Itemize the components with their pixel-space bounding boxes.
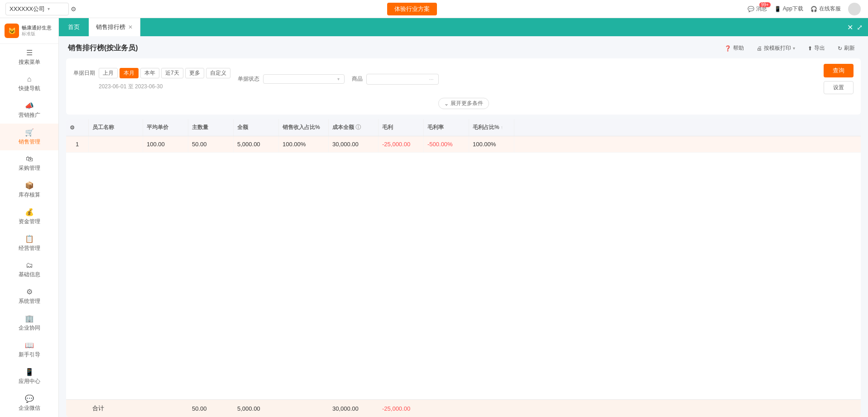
sidebar-item-enterprise[interactable]: 🏢 企业协同 xyxy=(0,310,58,336)
td-rank: 1 xyxy=(66,136,89,152)
export-button[interactable]: ⬆ 导出 xyxy=(804,43,829,54)
expand-conditions-button[interactable]: ⌄ 展开更多条件 xyxy=(438,98,489,109)
sidebar-item-purchase[interactable]: 🛍 采购管理 xyxy=(0,150,58,177)
gross-ratio-sort-icon[interactable]: ↑ xyxy=(501,125,503,130)
sidebar-item-appcenter[interactable]: 📱 应用中心 xyxy=(0,363,58,390)
footer-cost-value: 30,000.00 xyxy=(332,405,359,412)
status-select[interactable]: ▾ xyxy=(263,74,345,84)
col-header-amount: 全额 xyxy=(234,119,279,136)
date-btn-more[interactable]: 更多 xyxy=(185,68,204,78)
goods-filter-label: 商品 xyxy=(352,75,363,83)
logo-line1: 畅康通好生意 xyxy=(22,24,52,31)
avatar xyxy=(848,3,861,15)
col-amount-label: 全额 xyxy=(237,124,248,131)
online-service-item[interactable]: 🎧 在线客服 xyxy=(810,5,841,13)
logo-cat-icon: 🐱 xyxy=(8,27,16,34)
app-download-label: App下载 xyxy=(783,5,803,13)
tab-active-label: 销售排行榜 xyxy=(96,23,125,31)
tab-close-icon[interactable]: ✕ xyxy=(128,24,133,30)
inventory-icon: 📦 xyxy=(25,181,34,190)
footer-avg-price xyxy=(143,400,188,417)
date-btn-this-year[interactable]: 本年 xyxy=(140,68,159,78)
sidebar: 🐱 畅康通好生意 标准版 ☰ 搜索菜单 ⌂ 快捷导航 📣 营销推广 🛒 销售管理… xyxy=(0,18,59,417)
company-select[interactable]: XXXXXX公司 ▾ xyxy=(5,3,69,15)
footer-gross: -25,000.00 xyxy=(379,400,424,417)
print-label: 按模板打印 xyxy=(764,44,791,52)
ops-icon: 📋 xyxy=(25,235,34,243)
table-wrapper: ⚙ 员工名称 平均单价 主数量 全额 销售收入占比% xyxy=(66,119,861,417)
marketing-icon: 📣 xyxy=(25,101,34,110)
message-item[interactable]: 💬 消息 99+ xyxy=(748,5,767,13)
sidebar-label-wechat: 企业微信 xyxy=(19,404,40,412)
td-name xyxy=(89,136,143,152)
td-gross: -25,000.00 xyxy=(379,136,424,152)
trial-button[interactable]: 体验行业方案 xyxy=(387,3,437,15)
export-label: 导出 xyxy=(814,44,825,52)
window-close-button[interactable]: ✕ xyxy=(847,23,853,32)
sidebar-item-quick-nav[interactable]: ⌂ 快捷导航 xyxy=(0,71,58,97)
logo-line2: 标准版 xyxy=(22,31,52,37)
col-cost-label: 成本全额 xyxy=(332,124,354,131)
sidebar-item-inventory[interactable]: 📦 库存核算 xyxy=(0,177,58,203)
sidebar-item-search-order[interactable]: ☰ 搜索菜单 xyxy=(0,44,58,71)
sidebar-item-finance[interactable]: 💰 资金管理 xyxy=(0,203,58,230)
table-row: 1 100.00 50.00 5,000.00 xyxy=(66,136,861,153)
company-settings-icon[interactable]: ⚙ xyxy=(71,5,77,13)
sidebar-item-marketing[interactable]: 📣 营销推广 xyxy=(0,97,58,124)
sidebar-item-system[interactable]: ⚙ 系统管理 xyxy=(0,283,58,310)
table-footer: 合计 50.00 5,000.00 30,000.00 -25,000.00 xyxy=(66,399,861,417)
page-title: 销售排行榜(按业务员) xyxy=(68,43,138,53)
system-icon: ⚙ xyxy=(26,288,33,296)
print-button[interactable]: 🖨 按模板打印 ▾ xyxy=(753,43,799,54)
help-button[interactable]: ❓ 帮助 xyxy=(720,43,748,54)
date-btn-last-month[interactable]: 上月 xyxy=(99,68,118,78)
logo-text-block: 畅康通好生意 标准版 xyxy=(22,24,52,37)
app-download-item[interactable]: 📱 App下载 xyxy=(774,5,803,13)
td-qty: 50.00 xyxy=(188,136,234,152)
tab-sales-ranking[interactable]: 销售排行榜 ✕ xyxy=(89,18,140,36)
date-btn-this-month[interactable]: 本月 xyxy=(120,68,139,78)
sidebar-item-wechat[interactable]: 💬 企业微信 xyxy=(0,390,58,417)
cost-info-icon[interactable]: ⓘ xyxy=(355,124,361,131)
date-btn-7days[interactable]: 近7天 xyxy=(161,68,183,78)
query-button[interactable]: 查询 xyxy=(824,64,854,77)
window-maximize-button[interactable]: ⤢ xyxy=(857,23,863,32)
filter-row: 单据日期 上月 本月 本年 近7天 更多 自定义 2023-06-01 至 20… xyxy=(73,64,854,94)
sales-icon: 🛒 xyxy=(25,128,34,137)
guide-icon: 📖 xyxy=(25,341,34,350)
date-shortcuts: 上月 本月 本年 近7天 更多 自定义 xyxy=(99,68,230,78)
col-header-rank: ⚙ xyxy=(66,119,89,136)
online-service-label: 在线客服 xyxy=(819,5,841,13)
content-area: 首页 销售排行榜 ✕ ✕ ⤢ 销售排行榜(按业务员) ❓ 帮助 xyxy=(59,18,868,417)
col-header-cost: 成本全额 ⓘ xyxy=(329,119,379,136)
printer-icon: 🖨 xyxy=(757,45,762,52)
settings-col-icon[interactable]: ⚙ xyxy=(70,125,75,131)
home-icon: ⌂ xyxy=(27,75,32,83)
message-badge: 99+ xyxy=(759,2,771,7)
sales-ratio-value: 100.00% xyxy=(283,141,306,148)
tab-home[interactable]: 首页 xyxy=(59,18,89,36)
td-gross-rate: -500.00% xyxy=(424,136,469,152)
col-header-gross-rate: 毛利率 xyxy=(424,119,469,136)
settings-button[interactable]: 设置 xyxy=(824,81,854,94)
goods-input[interactable]: ··· xyxy=(366,74,439,85)
sidebar-item-sales[interactable]: 🛒 销售管理 xyxy=(0,124,58,150)
footer-qty-value: 50.00 xyxy=(192,405,207,412)
sidebar-item-ops[interactable]: 📋 经营管理 xyxy=(0,230,58,257)
footer-cost: 30,000.00 xyxy=(329,400,379,417)
print-dropdown-icon[interactable]: ▾ xyxy=(793,46,795,51)
col-gross-rate-label: 毛利率 xyxy=(427,124,444,131)
tab-home-label: 首页 xyxy=(68,23,80,31)
col-header-gross: 毛利 xyxy=(379,119,424,136)
menu-icon: ☰ xyxy=(26,48,33,57)
sidebar-label-ops: 经营管理 xyxy=(19,244,40,252)
page-content: 销售排行榜(按业务员) ❓ 帮助 🖨 按模板打印 ▾ ⬆ 导出 xyxy=(59,36,868,417)
refresh-button[interactable]: ↻ 刷新 xyxy=(834,43,859,54)
col-qty-label: 主数量 xyxy=(192,124,208,131)
sidebar-item-guide[interactable]: 📖 新手引导 xyxy=(0,336,58,363)
page-header: 销售排行榜(按业务员) ❓ 帮助 🖨 按模板打印 ▾ ⬆ 导出 xyxy=(59,36,868,58)
cost-value: 30,000.00 xyxy=(332,141,359,148)
avatar-item[interactable] xyxy=(848,3,863,15)
sidebar-item-basic[interactable]: 🗂 基础信息 xyxy=(0,257,58,283)
date-btn-custom[interactable]: 自定义 xyxy=(206,68,230,78)
